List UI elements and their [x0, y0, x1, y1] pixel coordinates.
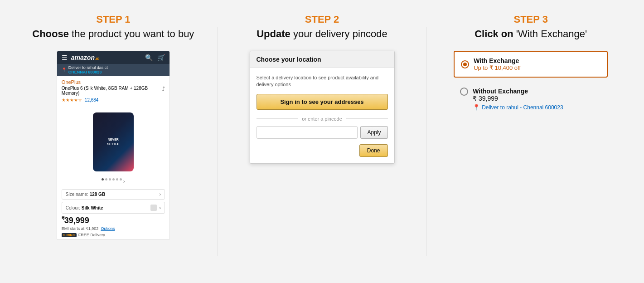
phone-screen-text: NEVER SETTLE [107, 137, 119, 146]
price: ₹39,999 [62, 216, 165, 225]
dialog-description: Select a delivery location to see produc… [257, 74, 388, 88]
dot-4 [112, 178, 115, 181]
product-card: ☰ amazon.in 🔍 🛒 📍 Deliver to rahul das c… [57, 51, 170, 240]
colour-value: Silk White [82, 205, 103, 210]
review-count[interactable]: 12,684 [85, 98, 99, 102]
dot-2 [105, 178, 107, 181]
dot-6 [120, 178, 122, 181]
dialog-header: Choose your location [250, 51, 394, 68]
dot-5 [116, 178, 118, 181]
sign-in-button[interactable]: Sign in to see your addresses [257, 94, 388, 110]
amazon-logo: amazon.in [71, 54, 100, 61]
product-body: OnePlus OnePlus 6 (Silk White, 8GB RAM +… [57, 76, 169, 108]
without-exchange-title: Without Exchange [473, 88, 528, 95]
step-3-title-strong: Click on [475, 28, 513, 39]
pincode-input[interactable] [257, 126, 358, 139]
size-selector[interactable]: Size name: 128 GB › [62, 189, 165, 200]
deliver-to-text: Deliver to rahul - Chennai 600023 [482, 104, 563, 111]
step-3: STEP 3 Click on 'With Exchange' With Exc… [426, 14, 635, 269]
fulfilled-row: fulfilled FREE Delivery. [62, 233, 165, 237]
product-image-area: NEVER SETTLE [57, 108, 169, 176]
next-arrow[interactable]: › [123, 178, 125, 185]
size-chevron: › [159, 192, 160, 197]
header-icons: 🔍 🛒 [145, 54, 165, 61]
apply-button[interactable]: Apply [360, 126, 387, 139]
image-dots: › [57, 176, 169, 187]
dot-1 [102, 178, 104, 181]
fulfilled-badge: fulfilled [62, 233, 77, 237]
without-exchange-radio[interactable] [460, 88, 468, 96]
colour-selector[interactable]: Colour: Silk White › [62, 202, 165, 214]
step-1-number: STEP 1 [96, 14, 130, 25]
without-exchange-price: ₹ 39,999 [473, 95, 528, 102]
step-2-title-rest: your delivery pincode [291, 28, 387, 39]
dialog-body: Select a delivery location to see produc… [250, 68, 394, 163]
rating-row: ★★★★☆ 12,684 [62, 98, 165, 102]
location-dialog: Choose your location Select a delivery l… [250, 51, 395, 164]
with-exchange-title: With Exchange [474, 57, 521, 64]
step-2-number: STEP 2 [305, 14, 339, 25]
location-pin-icon: 📍 [473, 104, 480, 111]
with-exchange-text: With Exchange Up to ₹ 10,400 off [474, 57, 521, 71]
colour-chevron: › [159, 205, 160, 210]
size-value: 128 GB [90, 192, 105, 197]
radio-inner [463, 63, 467, 66]
or-text: or enter a pincode [302, 116, 342, 122]
step-2: STEP 2 Update your delivery pincode Choo… [218, 14, 426, 269]
step-3-title-rest: 'With Exchange' [513, 28, 587, 39]
done-button[interactable]: Done [359, 144, 388, 157]
colour-swatch [150, 205, 157, 211]
emi-info: EMI starts at ₹1,902. Options [62, 226, 165, 231]
step-2-title: Update your delivery pincode [257, 28, 387, 40]
step-1-title-strong: Choose [32, 28, 69, 39]
size-label: Size name: 128 GB [66, 192, 105, 197]
with-exchange-radio[interactable] [461, 60, 469, 68]
amazon-tld: .in [95, 56, 100, 61]
step-2-title-strong: Update [257, 28, 291, 39]
delivery-bar: 📍 Deliver to rahul das ct CHENNAI 600023 [57, 64, 169, 76]
or-divider: or enter a pincode [257, 116, 388, 122]
step-1: STEP 1 Choose the product you want to bu… [9, 14, 218, 269]
product-header: ☰ amazon.in 🔍 🛒 [57, 51, 169, 64]
deliver-to-row: 📍 Deliver to rahul - Chennai 600023 [460, 104, 601, 111]
location-icon: 📍 [62, 68, 67, 72]
step-3-number: STEP 3 [513, 14, 547, 25]
step-1-title: Choose the product you want to buy [32, 28, 194, 40]
done-row: Done [257, 144, 388, 157]
phone-image: NEVER SETTLE [93, 112, 134, 171]
with-exchange-option[interactable]: With Exchange Up to ₹ 10,400 off [454, 51, 608, 78]
delivery-label: Deliver to rahul das ct CHENNAI 600023 [68, 65, 108, 74]
pincode-row: Apply [257, 126, 388, 139]
search-icon[interactable]: 🔍 [145, 54, 153, 61]
without-exchange-row: Without Exchange ₹ 39,999 [460, 88, 601, 102]
step-1-title-rest: the product you want to buy [69, 28, 194, 39]
emi-options-link[interactable]: Options [101, 226, 115, 231]
share-icon: ⤴ [162, 86, 165, 92]
stars: ★★★★☆ [62, 98, 82, 102]
without-exchange-option[interactable]: Without Exchange ₹ 39,999 📍 Deliver to r… [454, 83, 608, 115]
with-exchange-subtitle: Up to ₹ 10,400 off [474, 64, 521, 71]
colour-label: Colour: Silk White [66, 205, 103, 210]
free-delivery: FREE Delivery. [78, 233, 106, 237]
delivery-location: CHENNAI 600023 [68, 70, 102, 74]
exchange-container: With Exchange Up to ₹ 10,400 off Without… [454, 51, 608, 115]
dot-3 [109, 178, 111, 181]
without-exchange-text: Without Exchange ₹ 39,999 [473, 88, 528, 102]
brand-link[interactable]: OnePlus [62, 79, 165, 85]
step-3-title: Click on 'With Exchange' [475, 28, 587, 40]
hamburger-icon: ☰ [62, 54, 68, 61]
cart-icon[interactable]: 🛒 [157, 54, 165, 61]
price-value: 39,999 [64, 216, 89, 225]
product-name: OnePlus 6 (Silk White, 8GB RAM + 128GB M… [62, 86, 160, 96]
